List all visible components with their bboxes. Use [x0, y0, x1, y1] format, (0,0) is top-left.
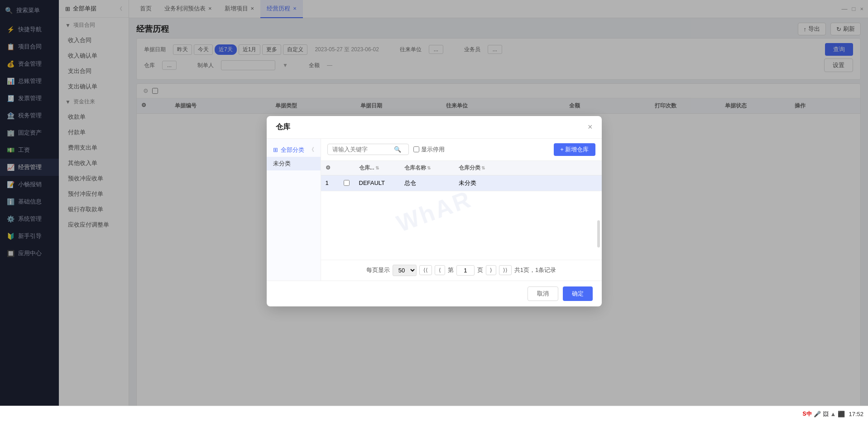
sort-arrow-code: ⇅ [375, 165, 379, 170]
dt-col-code[interactable]: 仓库... ⇅ [355, 161, 400, 175]
show-disabled-text: 显示停用 [421, 146, 445, 154]
col-category-label: 仓库分类 [459, 164, 480, 172]
modal-close-button[interactable]: × [588, 122, 593, 132]
first-page-button[interactable]: ⟨⟨ [419, 265, 432, 275]
table-row[interactable]: 1 DEFAULT 总仓 未分类 [321, 175, 602, 191]
prev-page-button[interactable]: ⟨ [435, 265, 445, 275]
modal-left-all-categories[interactable]: ⊞ 全部分类 《 [267, 143, 321, 157]
dt-col-name[interactable]: 仓库名称 ⇅ [400, 161, 454, 175]
modal-left-unclassified[interactable]: 未分类 [267, 157, 321, 170]
total-info: 共1页，1条记录 [514, 266, 556, 274]
show-disabled-label[interactable]: 显示停用 [413, 146, 445, 154]
row-check-cell[interactable] [339, 175, 355, 191]
per-page-select[interactable]: 50 [393, 265, 417, 276]
taskbar-time: 17:52 [849, 411, 863, 417]
dt-header: ⚙ 仓库... ⇅ 仓库名称 ⇅ 仓库分类 ⇅ [321, 161, 602, 175]
row-settings-cell: 1 [321, 175, 339, 191]
all-categories-icon: ⊞ [273, 146, 278, 153]
scroll-indicator [597, 220, 600, 247]
per-page-label: 每页显示 [366, 266, 390, 274]
modal-overlay: 仓库 × ⊞ 全部分类 《 未分类 WhAR [0, 0, 868, 422]
modal-body: ⊞ 全部分类 《 未分类 WhAR 🔍 [267, 139, 602, 281]
taskbar-up-icon: ▲ [830, 411, 836, 417]
last-page-button[interactable]: ⟩⟩ [499, 265, 512, 275]
taskbar: S中 🎤 🖼 ▲ ⬛ 17:52 [0, 406, 868, 422]
modal-pagination: 每页显示 50 ⟨⟨ ⟨ 第 页 ⟩ ⟩⟩ 共1页，1条记录 [321, 260, 602, 281]
add-warehouse-button[interactable]: + 新增仓库 [554, 143, 595, 156]
dt-col-category[interactable]: 仓库分类 ⇅ [454, 161, 508, 175]
left-collapse-icon[interactable]: 《 [309, 146, 314, 154]
page-input[interactable] [456, 265, 475, 276]
taskbar-mic-icon: 🎤 [814, 411, 821, 417]
sort-arrow-name: ⇅ [427, 165, 431, 170]
next-page-button[interactable]: ⟩ [486, 265, 496, 275]
confirm-button[interactable]: 确定 [563, 286, 593, 301]
row-category-cell: 未分类 [454, 175, 508, 191]
row-checkbox[interactable] [344, 180, 350, 186]
modal-footer: 取消 确定 [267, 281, 602, 306]
all-categories-label: 全部分类 [281, 146, 304, 154]
taskbar-s-icon: S中 [803, 410, 812, 418]
unclassified-label: 未分类 [273, 160, 291, 167]
modal-search-box: 🔍 [327, 144, 409, 155]
taskbar-img-icon: 🖼 [823, 411, 829, 417]
warehouse-modal: 仓库 × ⊞ 全部分类 《 未分类 WhAR [267, 116, 602, 306]
show-disabled-checkbox[interactable] [413, 146, 419, 152]
dt-col-check [339, 161, 355, 175]
modal-right-panel: 🔍 显示停用 + 新增仓库 ⚙ 仓库... ⇅ [321, 139, 602, 281]
row-code-cell: DEFAULT [355, 175, 400, 191]
taskbar-square-icon: ⬛ [838, 411, 845, 417]
sort-arrow-category: ⇅ [481, 165, 485, 170]
dt-col-settings: ⚙ [321, 161, 339, 175]
modal-title: 仓库 [276, 122, 290, 132]
modal-search-icon: 🔍 [394, 146, 401, 153]
col-name-label: 仓库名称 [404, 164, 426, 172]
modal-data-table: ⚙ 仓库... ⇅ 仓库名称 ⇅ 仓库分类 ⇅ [321, 161, 602, 260]
col-code-label: 仓库... [359, 164, 374, 172]
modal-right-toolbar: 🔍 显示停用 + 新增仓库 [321, 139, 602, 161]
page-label: 第 [448, 266, 454, 274]
modal-left-panel: ⊞ 全部分类 《 未分类 WhAR [267, 139, 321, 281]
modal-search-input[interactable] [332, 146, 391, 153]
page-suffix: 页 [477, 266, 483, 274]
cancel-button[interactable]: 取消 [528, 286, 558, 301]
modal-header: 仓库 × [267, 116, 602, 139]
row-name-cell: 总仓 [400, 175, 454, 191]
